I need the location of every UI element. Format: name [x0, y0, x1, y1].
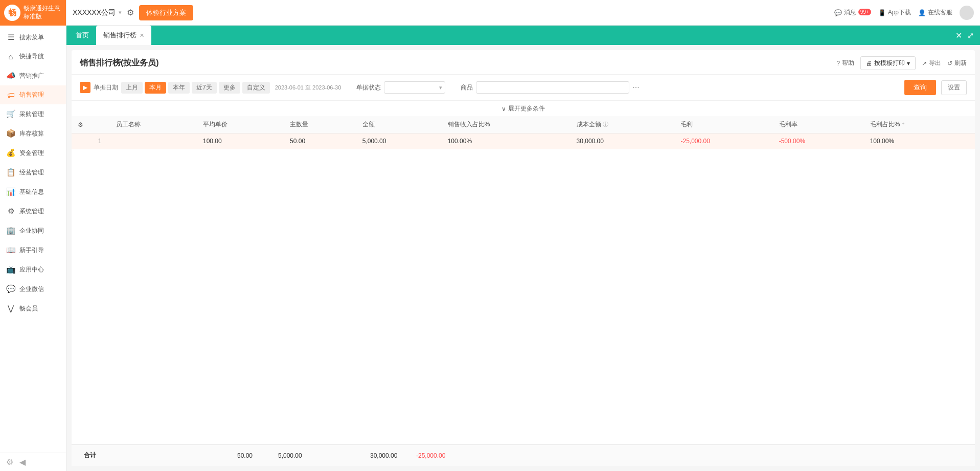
print-button[interactable]: 🖨 按模板打印 ▾	[860, 56, 916, 70]
goods-input[interactable]	[476, 81, 629, 94]
logo-icon: 畅	[4, 5, 20, 21]
col-name: 员工名称	[110, 116, 197, 133]
row-sales-pct-cell: 100.00%	[442, 133, 571, 149]
message-label: 消息	[844, 8, 856, 17]
tab-home-label: 首页	[76, 26, 89, 45]
status-select[interactable]	[384, 81, 445, 94]
date-btn-this-month[interactable]: 本月	[145, 82, 166, 94]
row-quantity-cell: 50.00	[284, 133, 356, 149]
collapse-sidebar-icon[interactable]: ◀	[19, 457, 26, 467]
col-gross: 毛利	[674, 116, 772, 133]
sidebar-item-wechat[interactable]: 💬 企业微信	[0, 279, 66, 299]
row-cost-cell: 30,000.00	[571, 133, 675, 149]
tab-home[interactable]: 首页	[69, 26, 96, 45]
date-btn-last7days[interactable]: 近7天	[192, 82, 217, 94]
enterprise-icon: 🏢	[6, 226, 15, 235]
home-icon: ⌂	[6, 52, 15, 61]
marketing-icon: 📣	[6, 71, 15, 80]
footer-label: 合计	[78, 449, 149, 462]
table-footer: 合计 50.00 5,000.00 30,000.00 -25	[72, 444, 975, 466]
online-service-group[interactable]: 👤 在线客服	[918, 8, 952, 17]
message-badge: 99+	[858, 9, 871, 15]
date-btn-last-month[interactable]: 上月	[121, 82, 143, 94]
row-avg-price-cell: 100.00	[197, 133, 284, 149]
chevron-down-icon: ∨	[502, 105, 506, 113]
topbar: XXXXXX公司 ▾ ⚙ 体验行业方案 💬 消息 99+ 📱 App下载 👤 在…	[66, 0, 980, 26]
expand-more-bar[interactable]: ∨ 展开更多条件	[72, 101, 975, 116]
sidebar-item-system[interactable]: ⚙ 系统管理	[0, 201, 66, 221]
setup-button[interactable]: 设置	[941, 80, 967, 95]
tabbar: 首页 销售排行榜 ✕ ✕ ⤢	[66, 26, 980, 45]
filter-expand-icon[interactable]: ▶	[80, 82, 90, 93]
app-center-icon: 📺	[6, 265, 15, 274]
expand-window-icon[interactable]: ⤢	[967, 31, 974, 40]
row-name-cell	[110, 133, 197, 149]
tab-sales-rank-label: 销售排行榜	[103, 26, 136, 45]
cost-info-icon[interactable]: ⓘ	[603, 121, 608, 127]
company-dropdown-arrow: ▾	[119, 9, 122, 16]
sidebar-item-finance[interactable]: 💰 资金管理	[0, 143, 66, 163]
sidebar-item-basic-info[interactable]: 📊 基础信息	[0, 182, 66, 201]
search-button[interactable]: 查询	[904, 80, 936, 95]
export-action[interactable]: ↗ 导出	[922, 59, 941, 68]
sidebar-item-operation[interactable]: 📋 经营管理	[0, 163, 66, 182]
footer-gross: -25,000.00	[410, 450, 456, 461]
tab-sales-rank[interactable]: 销售排行榜 ✕	[96, 26, 151, 45]
row-settings-cell	[72, 133, 89, 149]
trial-button[interactable]: 体验行业方案	[139, 5, 193, 20]
help-action[interactable]: ? 帮助	[836, 59, 854, 68]
date-btn-more[interactable]: 更多	[219, 82, 240, 94]
table-container: ⚙ 员工名称 平均单价 主数量	[72, 116, 975, 444]
search-menu-icon: ☰	[6, 33, 15, 42]
topbar-settings-icon[interactable]: ⚙	[127, 8, 134, 17]
content-inner: 销售排行榜(按业务员) ? 帮助 🖨 按模板打印 ▾ ↗ 导出	[72, 50, 975, 466]
sidebar-item-quick-nav[interactable]: ⌂ 快捷导航	[0, 47, 66, 66]
filter-row: ▶ 单据日期 上月 本月 本年 近7天 更多 自定义 2023-06-01 至 …	[80, 80, 967, 95]
topbar-right: 💬 消息 99+ 📱 App下载 👤 在线客服	[834, 6, 974, 20]
sidebar-item-purchase[interactable]: 🛒 采购管理	[0, 104, 66, 124]
company-selector[interactable]: XXXXXX公司 ▾	[73, 8, 122, 17]
footer-name	[149, 454, 190, 458]
close-window-icon[interactable]: ✕	[955, 31, 962, 40]
date-buttons: 上月 本月 本年 近7天 更多 自定义	[121, 82, 270, 94]
date-label: 单据日期	[94, 83, 118, 92]
date-btn-custom[interactable]: 自定义	[242, 82, 270, 94]
date-btn-this-year[interactable]: 本年	[168, 82, 190, 94]
settings-col-icon[interactable]: ⚙	[78, 121, 83, 128]
inventory-icon: 📦	[6, 129, 15, 138]
gross-pct-info-icon[interactable]: ⁺	[902, 121, 905, 127]
status-select-wrapper	[384, 81, 445, 94]
date-range-display: 2023-06-01 至 2023-06-30	[275, 84, 341, 92]
row-rank-cell: 1	[89, 133, 110, 149]
sidebar-item-search-order[interactable]: ☰ 搜索菜单	[0, 28, 66, 47]
row-gross-cell: -25,000.00	[674, 133, 772, 149]
content-area: 销售排行榜(按业务员) ? 帮助 🖨 按模板打印 ▾ ↗ 导出	[66, 45, 980, 471]
sidebar-item-guide[interactable]: 📖 新手引导	[0, 240, 66, 260]
data-table: ⚙ 员工名称 平均单价 主数量	[72, 116, 975, 149]
basic-info-icon: 📊	[6, 187, 15, 196]
wechat-icon: 💬	[6, 284, 15, 294]
refresh-action[interactable]: ↺ 刷新	[947, 59, 967, 68]
status-filter-group: 单据状态	[356, 81, 445, 94]
user-avatar[interactable]	[960, 6, 974, 20]
export-icon: ↗	[922, 60, 927, 67]
settings-bottom-icon[interactable]: ⚙	[6, 457, 13, 467]
sidebar-item-inventory[interactable]: 📦 库存核算	[0, 124, 66, 143]
system-icon: ⚙	[6, 207, 15, 216]
app-download-group[interactable]: 📱 App下载	[878, 8, 911, 17]
tab-close-icon[interactable]: ✕	[140, 26, 144, 45]
sidebar-item-member[interactable]: ⋁ 畅会员	[0, 299, 66, 318]
app-download-label: App下载	[888, 8, 911, 17]
tabbar-right: ✕ ⤢	[955, 31, 978, 40]
sidebar-item-marketing[interactable]: 📣 营销推广	[0, 66, 66, 85]
row-amount-cell: 5,000.00	[356, 133, 442, 149]
sidebar-item-sales[interactable]: 🏷 销售管理	[0, 85, 66, 104]
goods-more-icon[interactable]: ···	[632, 83, 639, 92]
service-label: 在线客服	[928, 8, 952, 17]
sidebar-item-app-center[interactable]: 📺 应用中心	[0, 260, 66, 279]
service-icon: 👤	[918, 9, 926, 16]
sidebar-item-enterprise[interactable]: 🏢 企业协同	[0, 221, 66, 240]
sales-icon: 🏷	[6, 91, 15, 99]
app-download-icon: 📱	[878, 9, 886, 16]
message-group[interactable]: 💬 消息 99+	[834, 8, 871, 17]
